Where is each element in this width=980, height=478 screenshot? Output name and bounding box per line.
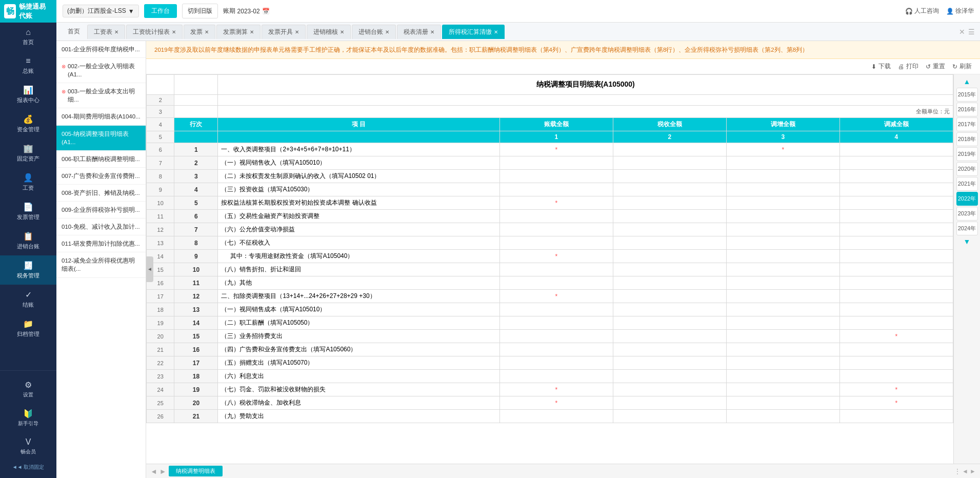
- sidebar-item-close[interactable]: ✓ 结账: [0, 285, 56, 314]
- sidebar-item-ledger[interactable]: 📋 进销台账: [0, 226, 56, 255]
- sidebar-nav: ⌂ 首页 ≡ 总账 📊 报表中心 💰 资金管理 🏢 固定资产 👤 工资 📄 发票…: [0, 23, 56, 370]
- sidebar-item-archive[interactable]: 📁 归档管理: [0, 314, 56, 343]
- sheet-tab-main[interactable]: 纳税调整明细表: [169, 466, 223, 476]
- doc-item-005[interactable]: 005-纳税调整项目明细表(A1...: [56, 126, 146, 151]
- sidebar-item-tax[interactable]: 🧾 税务管理: [0, 255, 56, 285]
- close-period-icon: ✓: [25, 290, 32, 300]
- tab-salary-stat-close[interactable]: ✕: [172, 29, 176, 35]
- year-2024[interactable]: 2024年: [956, 222, 978, 235]
- year-2017[interactable]: 2017年: [956, 117, 978, 131]
- doc-item-012[interactable]: 012-减免企业所得税优惠明细表(...: [56, 252, 146, 277]
- doc-item-003[interactable]: ⊗ 003-一般企业成本支出明细...: [56, 83, 146, 108]
- tab-tax-clear[interactable]: 税表清册 ✕: [397, 25, 441, 39]
- year-nav-down[interactable]: ▼: [959, 236, 975, 247]
- warning-bar: 2019年度涉及取以前年度继续数据的申报表单元格需要手工维护正确，才能保证本年及…: [146, 41, 980, 59]
- period-edit-icon[interactable]: 📅: [262, 8, 270, 15]
- sheet-wrapper: ◄: [146, 74, 980, 464]
- sidebar-item-asset[interactable]: 💰 资金管理: [0, 109, 56, 138]
- sidebar-item-settings[interactable]: ⚙ 设置: [0, 375, 56, 404]
- col-hang-sub: [174, 131, 218, 143]
- reset-button[interactable]: ↺ 重置: [926, 62, 945, 71]
- unpin-btn[interactable]: ◄◄ 取消固定: [0, 461, 56, 474]
- sidebar-label-vip: 畅会员: [21, 448, 36, 455]
- sidebar-item-report[interactable]: 📊 报表中心: [0, 80, 56, 109]
- tab-invoice-ledger-label: 进销台账: [358, 28, 383, 36]
- tab-invoice-calc[interactable]: 发票测算 ✕: [216, 25, 261, 39]
- table-row: 9 4 （三）投资收益（填写A105030）: [147, 183, 953, 196]
- tab-invoice-open-close[interactable]: ✕: [295, 29, 299, 35]
- back-button[interactable]: 切到旧版: [182, 4, 218, 18]
- print-button[interactable]: 🖨 打印: [898, 62, 918, 71]
- year-2015[interactable]: 2015年: [956, 88, 978, 102]
- tab-salary[interactable]: 工资表 ✕: [87, 25, 125, 39]
- spreadsheet-table: 纳税调整项目明细表(A105000) 2 3 全额单位：元: [146, 74, 953, 423]
- tab-salary-close[interactable]: ✕: [114, 29, 118, 35]
- download-button[interactable]: ⬇ 下载: [871, 62, 891, 71]
- reset-icon: ↺: [926, 63, 931, 70]
- tab-invoice-ledger[interactable]: 进销台账 ✕: [352, 25, 396, 39]
- download-icon: ⬇: [871, 63, 876, 70]
- doc-item-010[interactable]: 010-免税、减计收入及加计...: [56, 218, 146, 235]
- col2-sub: 2: [613, 131, 726, 143]
- tab-invoice-open[interactable]: 发票开具 ✕: [262, 25, 306, 39]
- doc-item-011[interactable]: 011-研发费用加计扣除优惠...: [56, 235, 146, 252]
- tab-invoice[interactable]: 发票 ✕: [184, 25, 215, 39]
- doc-006-label: 006-职工薪酬纳税调整明细...: [62, 155, 140, 163]
- doc-item-001[interactable]: 001-企业所得税年度纳税申...: [56, 41, 146, 58]
- sidebar-item-invoice-mgmt[interactable]: 📄 发票管理: [0, 197, 56, 226]
- row-num-3: 3: [147, 106, 174, 118]
- user-menu[interactable]: 👤 徐泽华: [946, 7, 974, 15]
- tab-menu-icon[interactable]: ☰: [968, 28, 975, 36]
- username-label: 徐泽华: [955, 7, 974, 15]
- workbench-button[interactable]: 工作台: [144, 4, 177, 18]
- user-icon: 👤: [946, 8, 954, 15]
- tab-invoice-check[interactable]: 进销稽核 ✕: [307, 25, 351, 39]
- sidebar-item-vip[interactable]: V 畅会员: [0, 432, 56, 461]
- company-selector[interactable]: (勿删）江西股金-LSS ▼: [63, 5, 139, 17]
- tab-close-all-icon[interactable]: ✕: [959, 28, 965, 36]
- table-row: 13 8 （七）不征税收入: [147, 236, 953, 250]
- sheet-tab-nav-left[interactable]: ◄: [150, 467, 157, 475]
- sidebar-item-guide[interactable]: 🔰 新手引导: [0, 404, 56, 432]
- tab-income-tax[interactable]: 所得税汇算清缴 ✕: [442, 25, 505, 39]
- support-btn[interactable]: 🎧 人工咨询: [905, 7, 939, 15]
- sidebar-item-general[interactable]: ≡ 总账: [0, 51, 56, 80]
- doc-item-004[interactable]: 004-期间费用明细表(A1040...: [56, 108, 146, 125]
- doc-item-008[interactable]: 008-资产折旧、摊销及纳税...: [56, 185, 146, 202]
- tab-income-tax-close[interactable]: ✕: [494, 29, 498, 35]
- headset-icon: 🎧: [905, 8, 913, 15]
- sidebar-label-home: 首页: [23, 38, 34, 46]
- tab-tax-clear-close[interactable]: ✕: [430, 29, 434, 35]
- table-title: 纳税调整项目明细表(A105000): [218, 75, 953, 95]
- doc-item-006[interactable]: 006-职工薪酬纳税调整明细...: [56, 151, 146, 168]
- top-header: (勿删）江西股金-LSS ▼ 工作台 切到旧版 账期 2023-02 📅 🎧 人…: [56, 0, 980, 23]
- year-2018[interactable]: 2018年: [956, 132, 978, 146]
- doc-item-002[interactable]: ⊗ 002-一般企业收入明细表(A1...: [56, 58, 146, 83]
- refresh-button[interactable]: ↻ 刷新: [952, 62, 972, 71]
- doc-item-007[interactable]: 007-广告费和业务宣传费附...: [56, 168, 146, 185]
- tab-home[interactable]: 首页: [62, 25, 86, 38]
- year-2023[interactable]: 2023年: [956, 207, 978, 221]
- year-2022[interactable]: 2022年: [956, 192, 978, 206]
- tab-tax-clear-label: 税表清册: [404, 28, 428, 36]
- year-2016[interactable]: 2016年: [956, 103, 978, 116]
- sheet-main[interactable]: 纳税调整项目明细表(A105000) 2 3 全额单位：元: [146, 74, 953, 464]
- table-row: 12 7 （六）公允价值变动净损益: [147, 223, 953, 236]
- tab-salary-stat[interactable]: 工资统计报表 ✕: [126, 25, 183, 39]
- sidebar-item-salary[interactable]: 👤 工资: [0, 168, 56, 197]
- year-2021[interactable]: 2021年: [956, 177, 978, 191]
- tab-invoice-close[interactable]: ✕: [205, 29, 209, 35]
- tab-invoice-check-close[interactable]: ✕: [340, 29, 344, 35]
- year-2019[interactable]: 2019年: [956, 147, 978, 161]
- sheet-tab-nav-right[interactable]: ►: [159, 467, 167, 475]
- sidebar-label-general: 总账: [23, 67, 34, 75]
- tab-invoice-ledger-close[interactable]: ✕: [385, 29, 389, 35]
- tab-invoice-calc-close[interactable]: ✕: [250, 29, 254, 35]
- doc-item-009[interactable]: 009-企业所得税弥补亏损明...: [56, 202, 146, 218]
- sidebar-item-home[interactable]: ⌂ 首页: [0, 23, 56, 51]
- doc-001-label: 001-企业所得税年度纳税申...: [62, 45, 140, 53]
- year-nav-up[interactable]: ▲: [959, 76, 975, 87]
- sidebar-item-fixed-asset[interactable]: 🏢 固定资产: [0, 138, 56, 168]
- year-2020[interactable]: 2020年: [956, 162, 978, 176]
- collapse-panel-btn[interactable]: ◄: [146, 256, 153, 282]
